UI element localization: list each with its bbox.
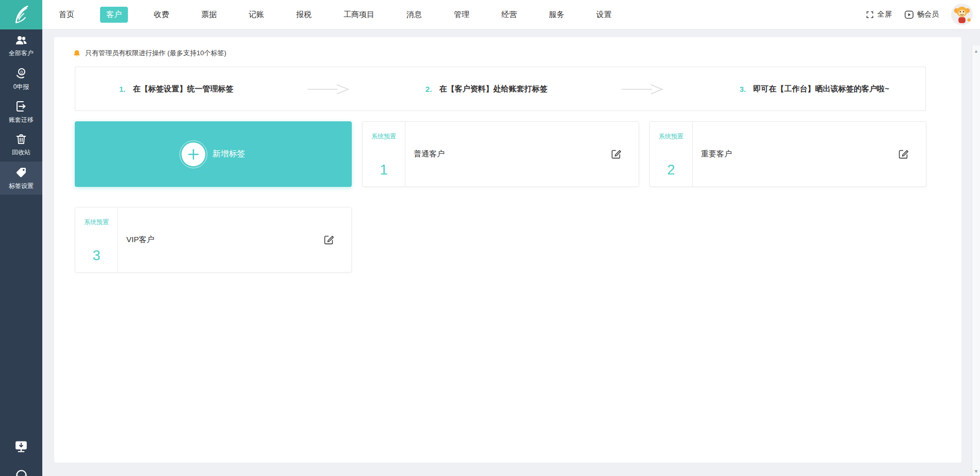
app-root: 首页 客户 收费 票据 记账 报税 工商项目 消息 管理 经营 服务 设置 全屏: [0, 0, 980, 476]
add-tag-label: 新增标签: [213, 149, 246, 160]
main-nav: 首页 客户 收费 票据 记账 报税 工商项目 消息 管理 经营 服务 设置: [53, 7, 618, 23]
vertical-scrollbar[interactable]: ▲ ▼: [972, 45, 980, 476]
topbar-right: 全屏 畅会员: [865, 4, 980, 25]
topbar: 首页 客户 收费 票据 记账 报税 工商项目 消息 管理 经营 服务 设置 全屏: [0, 0, 980, 29]
client-download-icon[interactable]: [14, 439, 28, 454]
step-number: 1.: [119, 85, 126, 93]
system-preset-badge: 系统预置: [363, 132, 405, 141]
tag-card-left: 系统预置 2: [650, 122, 693, 186]
tag-card-left: 系统预置 1: [363, 122, 405, 186]
tag-card-left: 系统预置 3: [75, 208, 118, 272]
play-video-icon: [904, 10, 914, 19]
step-number: 2.: [426, 85, 432, 93]
step-number: 3.: [740, 85, 746, 93]
sidebar-item-recycle-bin[interactable]: 回收站: [0, 129, 42, 162]
nav-tax[interactable]: 报税: [290, 7, 318, 23]
tag-name: 普通客户: [414, 149, 445, 159]
tags-grid: 新增标签 系统预置 1 普通客户: [75, 121, 927, 273]
sidebar-item-zero-declare[interactable]: 0 0申报: [0, 62, 42, 96]
sidebar-item-migrate[interactable]: 账套迁移: [0, 96, 42, 129]
tag-card: 系统预置 1 普通客户: [362, 121, 639, 187]
edit-icon: [611, 149, 622, 160]
arrow-right-icon: [620, 82, 667, 96]
app-logo: [0, 0, 42, 29]
sidebar-item-label: 回收站: [12, 148, 30, 157]
support-headset-icon[interactable]: [14, 468, 28, 476]
tag-number: 3: [75, 248, 118, 264]
sidebar-item-label: 标签设置: [9, 182, 34, 191]
tag-name: VIP客户: [126, 235, 154, 245]
monkey-avatar-icon: [951, 4, 973, 25]
permission-notice: 只有管理员有权限进行操作 (最多支持10个标签): [73, 49, 961, 58]
sidebar-item-label: 账套迁移: [9, 116, 34, 124]
scroll-up-icon[interactable]: ▲: [972, 49, 980, 54]
tag-name: 重要客户: [701, 149, 732, 159]
nav-operations[interactable]: 经营: [495, 7, 523, 23]
edit-tag-button[interactable]: [611, 149, 622, 160]
main-area: 只有管理员有权限进行操作 (最多支持10个标签) 1. 在【标签设置】统一管理标…: [42, 29, 972, 476]
nav-services[interactable]: 服务: [543, 7, 570, 23]
sidebar: 全部客户 0 0申报 账套迁移: [0, 29, 42, 476]
edit-icon: [323, 234, 334, 245]
zero-declare-icon: 0: [15, 67, 27, 80]
sidebar-item-label: 0申报: [13, 83, 29, 91]
nav-messages[interactable]: 消息: [400, 7, 428, 23]
step-2: 2. 在【客户资料】处给账套打标签: [426, 84, 548, 94]
step-text: 在【客户资料】处给账套打标签: [439, 84, 547, 94]
edit-tag-button[interactable]: [898, 149, 909, 160]
step-3: 3. 即可在【工作台】晒出该标签的客户啦~: [740, 84, 889, 94]
svg-text:0: 0: [20, 69, 23, 74]
fullscreen-label: 全屏: [877, 10, 892, 19]
customers-icon: [15, 35, 27, 46]
notice-text: 只有管理员有权限进行操作 (最多支持10个标签): [85, 49, 226, 58]
sidebar-bottom: [0, 439, 42, 476]
tag-icon: [15, 166, 27, 179]
nav-invoices[interactable]: 票据: [195, 7, 223, 23]
nav-charging[interactable]: 收费: [148, 7, 175, 23]
edit-tag-button[interactable]: [323, 234, 334, 245]
step-text: 即可在【工作台】晒出该标签的客户啦~: [753, 84, 889, 94]
step-text: 在【标签设置】统一管理标签: [133, 84, 234, 94]
scroll-down-icon[interactable]: ▼: [972, 469, 980, 474]
fullscreen-button[interactable]: 全屏: [865, 10, 892, 19]
sidebar-item-all-customers[interactable]: 全部客户: [0, 29, 42, 62]
plus-icon: [182, 142, 205, 166]
member-button[interactable]: 畅会员: [904, 10, 939, 19]
arrow-right-icon: [306, 82, 353, 96]
edit-icon: [898, 149, 909, 160]
migrate-icon: [15, 100, 27, 113]
nav-bookkeeping[interactable]: 记账: [242, 7, 270, 23]
nav-home[interactable]: 首页: [53, 7, 80, 23]
fullscreen-icon: [865, 10, 874, 19]
tag-card: 系统预置 2 重要客户: [649, 121, 926, 187]
nav-settings[interactable]: 设置: [590, 7, 618, 23]
tag-number: 1: [363, 162, 405, 178]
system-preset-badge: 系统预置: [75, 218, 118, 227]
steps-guide: 1. 在【标签设置】统一管理标签 2. 在【客户资料】处给账套打标签: [75, 67, 926, 111]
step-1: 1. 在【标签设置】统一管理标签: [119, 84, 234, 94]
avatar[interactable]: [951, 4, 973, 25]
content-panel: 只有管理员有权限进行操作 (最多支持10个标签) 1. 在【标签设置】统一管理标…: [54, 37, 961, 463]
nav-customers[interactable]: 客户: [100, 7, 128, 23]
tag-number: 2: [650, 162, 692, 178]
recycle-bin-icon: [15, 133, 27, 145]
feather-logo-icon: [10, 4, 32, 25]
sidebar-item-tag-settings[interactable]: 标签设置: [0, 162, 42, 195]
member-label: 畅会员: [917, 10, 939, 19]
bell-icon: [73, 49, 81, 58]
tag-card: 系统预置 3 VIP客户: [75, 207, 352, 273]
add-tag-button[interactable]: 新增标签: [75, 121, 352, 187]
nav-business-projects[interactable]: 工商项目: [337, 7, 381, 23]
nav-management[interactable]: 管理: [448, 7, 476, 23]
sidebar-item-label: 全部客户: [9, 49, 34, 58]
system-preset-badge: 系统预置: [650, 132, 692, 141]
